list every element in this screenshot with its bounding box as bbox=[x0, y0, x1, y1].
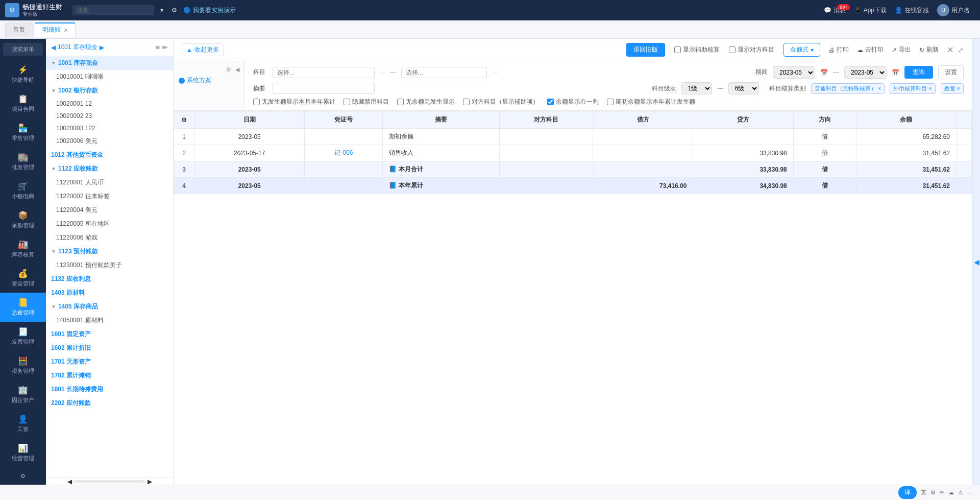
tab-home[interactable]: 首页 bbox=[5, 22, 33, 37]
account-item-1602[interactable]: 1602 累计折旧 bbox=[46, 341, 173, 355]
account-item-1405[interactable]: ▼ 1405 库存商品 bbox=[46, 300, 173, 314]
query-button[interactable]: 查询 bbox=[904, 66, 933, 79]
breadcrumb-input[interactable] bbox=[72, 5, 154, 15]
account-nav-forward[interactable]: ▶ bbox=[100, 44, 104, 51]
checkbox-opposite-subject[interactable]: 对方科目（显示辅助项） bbox=[463, 98, 539, 106]
tag-quantity[interactable]: 数量 × bbox=[941, 83, 964, 94]
sidebar-item-wholesale[interactable]: 🏬 批发管理 bbox=[0, 147, 46, 176]
account-item-11220001[interactable]: 11220001 人民币 bbox=[46, 176, 173, 189]
status-cloud[interactable]: ☁ bbox=[948, 489, 954, 496]
tag-close-icon[interactable]: × bbox=[878, 85, 881, 91]
status-dots[interactable]: ··· bbox=[967, 490, 972, 496]
status-english[interactable]: 英 bbox=[921, 489, 926, 496]
scheme-collapse-icon[interactable]: ◀ bbox=[235, 66, 239, 73]
account-item-1002[interactable]: ▼ 1002 银行存款 bbox=[46, 84, 173, 98]
account-item-1012[interactable]: 1012 其他货币资金 bbox=[46, 148, 173, 162]
settings-button[interactable]: 设置 bbox=[938, 65, 964, 79]
summary-input[interactable] bbox=[273, 83, 375, 94]
sidebar-item-inventory[interactable]: 🏭 库存核算 bbox=[0, 234, 46, 264]
account-item-2202[interactable]: 2202 应付账款 bbox=[46, 396, 173, 410]
account-item-11220006[interactable]: 11220006 游戏 bbox=[46, 231, 173, 245]
level-end-select[interactable]: 6级 bbox=[728, 82, 759, 94]
sidebar-item-ledger[interactable]: 📒 总账管理 bbox=[0, 293, 46, 322]
account-item-1801[interactable]: 1801 长期待摊费用 bbox=[46, 383, 173, 396]
footer-scrollbar[interactable] bbox=[74, 480, 145, 483]
subject-end-input[interactable] bbox=[401, 67, 487, 78]
cell-voucher[interactable]: 记-006 bbox=[305, 145, 383, 161]
right-collapsed-panel[interactable]: ◀ bbox=[972, 39, 980, 485]
sidebar-item-quick-nav[interactable]: ⚡ 快捷导航 bbox=[0, 60, 46, 89]
tree-edit-icon[interactable]: ✏ bbox=[162, 43, 168, 52]
account-item-11220002[interactable]: 11220002 往来标签 bbox=[46, 189, 173, 203]
voucher-style-btn[interactable]: 金额式 ▾ bbox=[783, 43, 820, 57]
panel-expand-icon[interactable]: ⤢ bbox=[958, 46, 964, 54]
footer-left-arrow[interactable]: ◀ bbox=[67, 478, 72, 485]
account-item-10020006[interactable]: 10020006 美元 bbox=[46, 134, 173, 148]
account-item-11230001[interactable]: 11230001 预付账款美子 bbox=[46, 258, 173, 272]
tree-list-icon[interactable]: ≡ bbox=[156, 43, 160, 52]
account-item-10020002[interactable]: 10020002 23 bbox=[46, 110, 173, 122]
dropdown-icon[interactable]: ▾ bbox=[158, 5, 165, 16]
account-item-14050001[interactable]: 14050001 原材料 bbox=[46, 314, 173, 327]
show-auxiliary-checkbox[interactable]: 显示辅助核算 bbox=[674, 45, 720, 54]
account-item-1122[interactable]: ▼ 1122 应收账款 bbox=[46, 162, 173, 176]
account-item-11220005[interactable]: 11220005 所在地区 bbox=[46, 217, 173, 231]
checkbox-hide-disabled[interactable]: 隐藏禁用科目 bbox=[344, 98, 389, 106]
tag-close-icon[interactable]: × bbox=[957, 85, 960, 91]
export-btn[interactable]: ↗ 导出 bbox=[892, 45, 911, 54]
tag-ordinary[interactable]: 普通科目（无特殊核算） × bbox=[811, 83, 885, 94]
account-item-11220004[interactable]: 11220004 美元 bbox=[46, 203, 173, 217]
demo-button[interactable]: 🔵 我要看实例演示 bbox=[183, 6, 236, 15]
subject-input[interactable] bbox=[273, 67, 375, 78]
period-start-select[interactable]: 2023-05 bbox=[773, 66, 815, 79]
settings-icon[interactable]: ⚙ bbox=[169, 5, 179, 16]
message-btn[interactable]: 💬 消息 99+ bbox=[824, 6, 846, 15]
close-panel-btn[interactable]: ✕ bbox=[947, 45, 953, 55]
tab-detail[interactable]: 明细账 × bbox=[35, 22, 76, 37]
sidebar-item-ecommerce[interactable]: 🛒 小畅电商 bbox=[0, 176, 46, 205]
footer-right-arrow[interactable]: ▶ bbox=[148, 478, 152, 485]
online-service-btn[interactable]: 👤 在线客服 bbox=[895, 6, 929, 15]
checkbox-no-balance[interactable]: 无余额无发生显示 bbox=[397, 98, 455, 106]
refresh-btn[interactable]: ↻ 刷新 bbox=[919, 45, 939, 54]
account-item-1702[interactable]: 1702 累计摊销 bbox=[46, 369, 173, 383]
sidebar-item-management[interactable]: 📊 经营管理 bbox=[0, 438, 46, 467]
account-item-1601[interactable]: 1601 固定资产 bbox=[46, 327, 173, 341]
period-end-select[interactable]: 2023-05 bbox=[844, 66, 887, 79]
level-start-select[interactable]: 1级 bbox=[681, 82, 712, 94]
show-opposite-checkbox[interactable]: 显示对方科目 bbox=[729, 45, 774, 54]
account-item-1001[interactable]: ▼ 1001 库存现金 bbox=[46, 56, 173, 70]
sidebar-search-button[interactable]: 搜索菜单 bbox=[3, 43, 43, 56]
account-item-10010001[interactable]: 10010001 咽咽咽 bbox=[46, 70, 173, 84]
account-item-1701[interactable]: 1701 无形资产 bbox=[46, 355, 173, 369]
sidebar-item-tax[interactable]: 🧮 税务管理 bbox=[0, 351, 46, 380]
tag-close-icon[interactable]: × bbox=[928, 85, 932, 91]
user-avatar[interactable]: U 用户名 bbox=[937, 4, 970, 16]
account-item-1403[interactable]: 1403 原材料 bbox=[46, 286, 173, 300]
scheme-filter-icon[interactable]: ⚙ bbox=[226, 66, 231, 73]
sidebar-item-project[interactable]: 📋 项目合同 bbox=[0, 89, 46, 118]
account-item-1123[interactable]: ▼ 1123 预付账款 bbox=[46, 245, 173, 258]
return-old-version-btn[interactable]: 退回旧版 bbox=[626, 43, 665, 57]
sidebar-item-assets[interactable]: 🏢 固定资产 bbox=[0, 380, 46, 409]
sidebar-item-capital[interactable]: 💰 资金管理 bbox=[0, 264, 46, 293]
expand-more-btn[interactable]: ▲ 收起更多 bbox=[182, 43, 224, 56]
cloud-print-btn[interactable]: ☁ 云打印 bbox=[857, 45, 884, 54]
print-btn[interactable]: 🖨 打印 bbox=[828, 45, 849, 54]
checkbox-no-amount[interactable]: 无发生额显示本月本年累计 bbox=[253, 98, 335, 106]
account-item-10020003[interactable]: 10020003 122 bbox=[46, 122, 173, 134]
app-download-btn[interactable]: 📱 App下载 bbox=[854, 6, 887, 15]
period-end-calendar-icon[interactable]: 📅 bbox=[892, 69, 899, 76]
voucher-link[interactable]: 记-006 bbox=[334, 149, 353, 156]
system-scheme-btn[interactable]: 系统方案 bbox=[179, 76, 239, 85]
sidebar-item-purchase[interactable]: 📦 采购管理 bbox=[0, 205, 46, 234]
sidebar-settings[interactable]: ⚙ bbox=[0, 468, 46, 485]
status-edit[interactable]: ✏ bbox=[940, 489, 944, 496]
period-calendar-icon[interactable]: 📅 bbox=[820, 69, 828, 76]
checkbox-balance-column[interactable]: 余额显示在一列 bbox=[547, 98, 599, 106]
checkbox-initial-balance[interactable]: 期初余额显示本年累计发生额 bbox=[607, 98, 695, 106]
sidebar-item-retail[interactable]: 🏪 零售管理 bbox=[0, 118, 46, 147]
tab-close-icon[interactable]: × bbox=[64, 26, 68, 34]
sidebar-item-invoice[interactable]: 🧾 发票管理 bbox=[0, 322, 46, 351]
sidebar-item-salary[interactable]: 👤 工资 bbox=[0, 409, 46, 438]
